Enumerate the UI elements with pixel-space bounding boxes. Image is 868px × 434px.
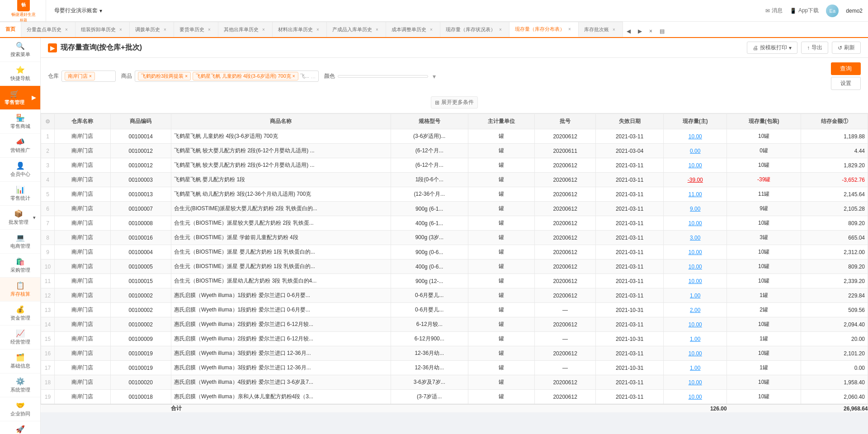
tab-8[interactable]: 成本调整单历史 × (386, 22, 440, 37)
sidebar-item-member[interactable]: 👤 会员中心 (0, 158, 40, 182)
tab-home[interactable]: 首页 (0, 22, 21, 37)
product-tag-more[interactable]: 飞... (300, 73, 309, 80)
row-warehouse: 南岸门店 (55, 144, 111, 158)
row-qty[interactable]: 3.00 (664, 231, 727, 245)
row-qty[interactable]: 1.00 (664, 361, 727, 375)
query-btn[interactable]: 查询 (831, 62, 861, 75)
row-pkg: 10罐 (727, 317, 801, 332)
tab-11[interactable]: 库存批次账 × (579, 22, 623, 37)
row-expire: 2021-10-31 (595, 332, 664, 346)
tab-next-btn[interactable]: ▶ (634, 25, 646, 37)
tab-2-close[interactable]: × (118, 27, 124, 33)
row-qty[interactable]: 9.00 (664, 202, 727, 216)
row-pkg: 10罐 (727, 245, 801, 259)
row-qty[interactable]: 10.00 (664, 317, 727, 332)
tab-5-close[interactable]: × (260, 27, 267, 33)
tab-3[interactable]: 调拨单历史 × (130, 22, 174, 37)
row-qty[interactable]: 10.00 (664, 158, 727, 173)
tab-3-close[interactable]: × (162, 27, 168, 33)
expand-more-btn[interactable]: ⊞ 展开更多条件 (431, 96, 478, 108)
row-code: 00100018 (110, 390, 171, 405)
username[interactable]: demo2 (846, 8, 863, 14)
warehouse-tag-remove[interactable]: × (89, 74, 92, 79)
sidebar-item-management[interactable]: 📈 经营管理 (0, 326, 40, 349)
row-qty[interactable]: 1.00 (664, 332, 727, 346)
color-dropdown-arrow[interactable]: ▾ (433, 73, 436, 80)
sidebar-item-finance[interactable]: 💰 资金管理 (0, 302, 40, 326)
tab-10[interactable]: 现存量（库存分布表） × (509, 22, 579, 37)
tab-4-close[interactable]: × (206, 27, 212, 33)
row-spec: 0-6月婴儿... (391, 303, 468, 317)
warehouse-tag-container[interactable]: 南岸门店 × (61, 71, 116, 82)
tab-8-close[interactable]: × (428, 27, 434, 33)
row-qty[interactable]: 10.00 (664, 390, 727, 405)
message-btn[interactable]: ✉ 消息 (765, 7, 783, 14)
sidebar-item-mall[interactable]: 🏪 零售商城 (0, 110, 40, 134)
refresh-btn[interactable]: ↺ 刷新 (832, 42, 861, 54)
row-batch: 20200612 (535, 375, 595, 390)
export-btn[interactable]: ↑ 导出 (801, 42, 828, 54)
tab-2[interactable]: 组装拆卸单历史 × (75, 22, 130, 37)
avatar[interactable]: Ea (826, 5, 839, 17)
sidebar-item-wholesale[interactable]: 📦 批发管理 ▾ (0, 206, 40, 230)
sidebar-item-search[interactable]: 🔍 搜索菜单 (0, 38, 40, 62)
tab-1-close[interactable]: × (63, 27, 70, 33)
tab-6[interactable]: 材料出库单历史 × (273, 22, 327, 37)
app-download-btn[interactable]: 📱 App下载 (790, 7, 819, 14)
row-amount: 2,094.40 (801, 317, 868, 332)
industry-selector[interactable]: 母婴行业演示账套 ▾ (51, 5, 106, 16)
tab-menu-btn[interactable]: ▤ (656, 25, 668, 37)
tab-1[interactable]: 分量盘点单历史 × (21, 22, 75, 37)
row-qty[interactable]: -39.00 (664, 173, 727, 187)
filter-expand-sidebar-btn[interactable]: ▶ (48, 43, 57, 52)
product-tag-container[interactable]: 飞鹤奶粉3段两提装 × 飞鹤星飞帆 儿童奶粉 4段(3-6岁适用) 700克 ×… (135, 71, 319, 82)
color-tag-container[interactable] (338, 75, 428, 78)
product-tag-0-remove[interactable]: × (185, 74, 188, 79)
sidebar-item-system[interactable]: ⚙️ 系统管理 (0, 373, 40, 397)
sidebar-item-retail[interactable]: 🛒 零售管理 ▶ (0, 86, 40, 110)
tab-9-close[interactable]: × (497, 27, 504, 33)
row-qty[interactable]: 10.00 (664, 216, 727, 231)
row-qty[interactable]: 11.00 (664, 187, 727, 202)
sidebar: 🔍 搜索菜单 ⭐ 快捷导航 🛒 零售管理 ▶ 🏪 零售商城 📣 营销推广 👤 会… (0, 38, 41, 434)
tab-close-all-btn[interactable]: × (646, 25, 656, 37)
sidebar-item-ecommerce[interactable]: 💻 电商管理 (0, 230, 40, 254)
content-area: ▶ 现存量查询(按仓库+批次) 🖨 按模板打印 ▾ ↑ 导出 ↺ 刷新 (41, 38, 868, 434)
row-qty[interactable]: 10.00 (664, 245, 727, 259)
retail-icon: 🛒 (10, 90, 19, 98)
top-bar: 畅 畅捷通好生意 标题 母婴行业演示账套 ▾ ✉ 消息 📱 App下载 Ea d… (0, 0, 868, 22)
row-qty[interactable]: 10.00 (664, 274, 727, 288)
sidebar-item-basic[interactable]: 🗂️ 基础信息 (0, 349, 40, 373)
sidebar-item-marketing[interactable]: 📣 营销推广 (0, 134, 40, 158)
sidebar-item-retail-stats[interactable]: 📊 零售统计 (0, 182, 40, 206)
sidebar-item-purchase[interactable]: 🛍️ 采购管理 (0, 254, 40, 278)
settings-btn[interactable]: 设置 (831, 77, 861, 90)
sidebar-search-label: 搜索菜单 (10, 51, 30, 58)
row-spec: 6-12月较... (391, 317, 468, 332)
tab-4[interactable]: 要货单历史 × (174, 22, 218, 37)
tab-prev-btn[interactable]: ◀ (623, 25, 634, 37)
tab-11-close[interactable]: × (611, 27, 617, 33)
row-qty[interactable]: 10.00 (664, 259, 727, 274)
row-qty[interactable]: 10.00 (664, 129, 727, 144)
tab-6-close[interactable]: × (315, 27, 321, 33)
row-qty[interactable]: 10.00 (664, 346, 727, 361)
sidebar-item-inventory[interactable]: 📋 库存核算 (0, 278, 40, 302)
sidebar-item-collab[interactable]: 🤝 企业协同 (0, 397, 40, 421)
row-qty[interactable]: 1.00 (664, 288, 727, 303)
row-qty[interactable]: 0.00 (664, 144, 727, 158)
row-qty[interactable]: 10.00 (664, 375, 727, 390)
product-tag-1-remove[interactable]: × (292, 74, 295, 79)
tab-10-close[interactable]: × (566, 26, 573, 33)
sidebar-item-guide[interactable]: 🚀 新手引导 (0, 421, 40, 434)
row-qty[interactable]: 2.00 (664, 303, 727, 317)
tab-10-label: 现存量（库存分布表） (515, 26, 565, 33)
tab-7-close[interactable]: × (374, 27, 380, 33)
row-amount: 2,101.20 (801, 346, 868, 361)
tab-7[interactable]: 产成品入库单历史 × (327, 22, 386, 37)
row-warehouse: 南岸门店 (55, 216, 111, 231)
sidebar-item-quicknav[interactable]: ⭐ 快捷导航 (0, 62, 40, 86)
tab-5[interactable]: 其他出库单历史 × (218, 22, 273, 37)
print-btn[interactable]: 🖨 按模板打印 ▾ (747, 42, 797, 54)
tab-9[interactable]: 现存量（库存状况表） × (440, 22, 509, 37)
